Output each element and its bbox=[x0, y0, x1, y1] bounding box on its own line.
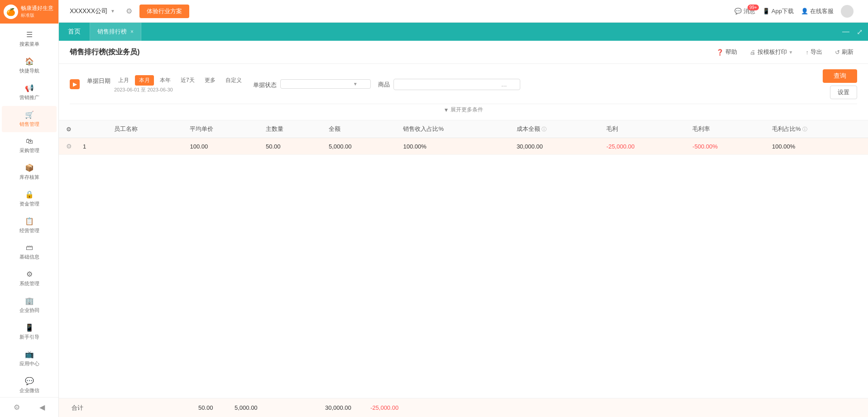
sidebar-item-marketing[interactable]: 📢 营销推广 bbox=[2, 79, 57, 105]
home-icon: 🏠 bbox=[25, 57, 34, 66]
status-select[interactable]: ▼ bbox=[280, 79, 371, 89]
content-area: 销售排行榜(按业务员) ❓ 帮助 🖨 按模板打印 ▼ ↑ 导出 ↺ 刷新 bbox=[59, 41, 868, 417]
tab-close-icon[interactable]: × bbox=[130, 29, 134, 34]
date-btn-curr[interactable]: 本月 bbox=[135, 75, 154, 86]
col-header-profit-pct: 毛利占比% ⓘ bbox=[767, 120, 868, 138]
guide-icon: 📱 bbox=[25, 323, 34, 332]
goods-more-link[interactable]: … bbox=[501, 81, 507, 88]
enterprise-icon: 🏢 bbox=[25, 297, 34, 305]
tabbar-right: — ⤢ bbox=[840, 26, 868, 38]
sidebar-item-weixin[interactable]: 💬 企业微信 bbox=[2, 372, 57, 397]
sidebar-label-sales: 销售管理 bbox=[19, 121, 39, 128]
topbar-settings-icon[interactable]: ⚙ bbox=[124, 5, 134, 17]
print-icon: 🖨 bbox=[750, 49, 756, 56]
cost-info-icon[interactable]: ⓘ bbox=[542, 126, 547, 133]
footer-cost: 30,000.00 bbox=[320, 404, 365, 411]
app-download-btn[interactable]: 📱 App下载 bbox=[762, 7, 794, 15]
date-btn-week7[interactable]: 近7天 bbox=[177, 75, 199, 86]
status-select-arrow: ▼ bbox=[353, 81, 358, 86]
row-avg-price: 100.00 bbox=[184, 138, 260, 155]
sidebar-item-purchase[interactable]: 🛍 采购管理 bbox=[2, 133, 57, 158]
date-btn-more[interactable]: 更多 bbox=[201, 75, 220, 86]
tab-sales-ranking[interactable]: 销售排行榜 × bbox=[90, 23, 141, 41]
logo-text-block: 畅康通好生意 标准版 bbox=[21, 5, 53, 19]
refresh-icon: ↺ bbox=[835, 49, 840, 56]
sidebar-settings-icon[interactable]: ⚙ bbox=[12, 401, 22, 413]
sidebar-item-finance[interactable]: 🔒 资金管理 bbox=[2, 186, 57, 212]
sidebar-item-basic[interactable]: 🗃 基础信息 bbox=[2, 239, 57, 265]
goods-filter-label: 商品 bbox=[378, 79, 390, 89]
sidebar-item-inventory[interactable]: 📦 库存核算 bbox=[2, 159, 57, 185]
col-header-settings[interactable]: ⚙ bbox=[59, 120, 77, 138]
tab-home[interactable]: 首页 bbox=[59, 23, 90, 41]
online-icon: 👤 bbox=[801, 8, 808, 14]
sidebar-item-guide[interactable]: 📱 新手引导 bbox=[2, 319, 57, 345]
row-sales-pct: 100.00% bbox=[398, 138, 511, 155]
print-arrow: ▼ bbox=[789, 50, 793, 55]
company-dropdown-arrow: ▼ bbox=[110, 9, 115, 14]
sidebar-label-inventory: 库存核算 bbox=[19, 174, 39, 181]
logo-sub: 标准版 bbox=[21, 12, 53, 19]
main: XXXXXX公司 ▼ ⚙ 体验行业方案 💬 消息 99+ 📱 App下载 👤 在… bbox=[59, 0, 868, 417]
col-header-profit-rate: 毛利率 bbox=[687, 120, 767, 138]
tab-minimize-icon[interactable]: — bbox=[840, 26, 851, 38]
col-header-avg-price: 平均单价 bbox=[184, 120, 260, 138]
sidebar-nav: ☰ 搜索菜单 🏠 快捷导航 📢 营销推广 🛒 销售管理 🛍 采购管理 📦 库存核… bbox=[0, 24, 58, 397]
filter-item-date: 单据日期 上月 本月 本年 近7天 更多 自定义 2023-06-01 至 20… bbox=[87, 75, 246, 93]
sidebar-label-search: 搜索菜单 bbox=[19, 41, 39, 48]
date-range-buttons: 上月 本月 本年 近7天 更多 自定义 bbox=[114, 75, 246, 86]
sidebar-item-enterprise[interactable]: 🏢 企业协同 bbox=[2, 292, 57, 318]
sidebar-item-system[interactable]: ⚙ 系统管理 bbox=[2, 265, 57, 292]
row-settings: ⚙ bbox=[59, 138, 77, 155]
query-button[interactable]: 查询 bbox=[823, 69, 857, 83]
message-btn[interactable]: 💬 消息 99+ bbox=[734, 7, 755, 15]
sidebar-label-quicknav: 快捷导航 bbox=[19, 67, 39, 74]
sidebar-label-guide: 新手引导 bbox=[19, 334, 39, 340]
sidebar-item-quicknav[interactable]: 🏠 快捷导航 bbox=[2, 53, 57, 79]
col-header-amount: 全额 bbox=[323, 120, 398, 138]
tab-expand-icon[interactable]: ⤢ bbox=[855, 26, 864, 38]
app-label: App下载 bbox=[772, 7, 794, 15]
goods-select[interactable]: … bbox=[393, 79, 520, 90]
col-cost-label: 成本全额 bbox=[517, 125, 540, 133]
sidebar-logo: 🍊 畅康通好生意 标准版 bbox=[0, 0, 58, 24]
avatar[interactable] bbox=[841, 5, 854, 18]
settings-button[interactable]: 设置 bbox=[830, 86, 857, 99]
print-btn[interactable]: 🖨 按模板打印 ▼ bbox=[746, 46, 797, 58]
company-selector[interactable]: XXXXXX公司 ▼ bbox=[66, 5, 119, 17]
sales-icon: 🛒 bbox=[25, 110, 34, 119]
sidebar-item-operation[interactable]: 📋 经营管理 bbox=[2, 212, 57, 239]
sidebar-item-sales[interactable]: 🛒 销售管理 bbox=[2, 106, 57, 132]
filter-toggle-icon[interactable]: ▶ bbox=[70, 79, 80, 89]
sidebar-label-weixin: 企业微信 bbox=[19, 387, 39, 394]
sidebar-label-system: 系统管理 bbox=[19, 280, 39, 287]
online-service-btn[interactable]: 👤 在线客服 bbox=[801, 7, 834, 15]
expand-toggle[interactable]: ▼ 展开更多条件 bbox=[70, 104, 857, 115]
footer-label: 合计 bbox=[66, 404, 157, 412]
refresh-btn[interactable]: ↺ 刷新 bbox=[831, 46, 857, 58]
sidebar-item-search[interactable]: ☰ 搜索菜单 bbox=[2, 26, 57, 52]
date-btn-prev[interactable]: 上月 bbox=[114, 75, 133, 86]
online-label: 在线客服 bbox=[810, 7, 834, 15]
profit-pct-info-icon[interactable]: ⓘ bbox=[802, 126, 807, 133]
topbar: XXXXXX公司 ▼ ⚙ 体验行业方案 💬 消息 99+ 📱 App下载 👤 在… bbox=[59, 0, 868, 23]
sidebar-item-appcenter[interactable]: 📺 应用中心 bbox=[2, 345, 57, 372]
row-amount: 5,000.00 bbox=[323, 138, 398, 155]
print-label: 按模板打印 bbox=[758, 48, 787, 56]
logo-text: 畅康通好生意 bbox=[21, 5, 53, 12]
status-filter-label: 单据状态 bbox=[253, 79, 277, 89]
export-btn[interactable]: ↑ 导出 bbox=[802, 46, 826, 58]
sidebar-label-appcenter: 应用中心 bbox=[19, 360, 39, 367]
sidebar-collapse-icon[interactable]: ◀ bbox=[38, 401, 47, 413]
help-btn[interactable]: ❓ 帮助 bbox=[713, 46, 741, 58]
page-title: 销售排行榜(按业务员) bbox=[70, 48, 140, 57]
date-btn-custom[interactable]: 自定义 bbox=[221, 75, 246, 86]
message-badge: 99+ bbox=[748, 5, 759, 10]
date-btn-year[interactable]: 本年 bbox=[156, 75, 175, 86]
trial-btn[interactable]: 体验行业方案 bbox=[139, 5, 189, 18]
col-header-name: 员工名称 bbox=[109, 120, 185, 138]
date-range-display: 2023-06-01 至 2023-06-30 bbox=[114, 86, 246, 93]
system-icon: ⚙ bbox=[26, 270, 33, 278]
col-header-rank bbox=[77, 120, 109, 138]
home-tab-label: 首页 bbox=[68, 28, 81, 36]
